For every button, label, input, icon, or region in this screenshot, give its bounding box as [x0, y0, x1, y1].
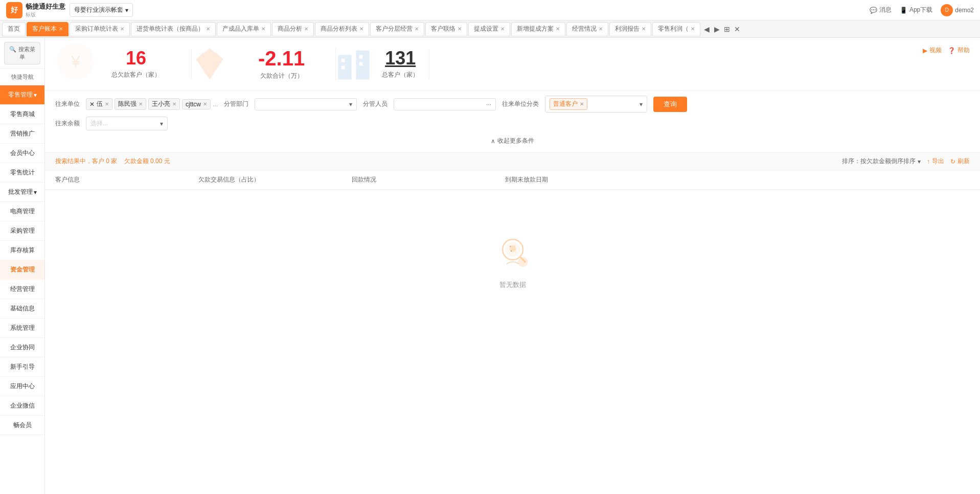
tab-close-icon[interactable]: ✕	[304, 26, 308, 32]
sort-label: 排序：按欠款金额倒序排序	[842, 157, 916, 166]
help-icon: ❓	[948, 47, 955, 54]
user-menu[interactable]: D demo2	[941, 4, 974, 16]
sidebar-item-app-center[interactable]: 应用中心	[0, 377, 44, 396]
tab-customer-ledger[interactable]: 客户账本 ✕	[27, 22, 69, 36]
tab-close-icon[interactable]: ✕	[458, 26, 462, 32]
credit-total-label: 欠款合计（万）	[260, 72, 303, 80]
app-download-btn[interactable]: 📱 App下载	[900, 6, 932, 14]
tab-stock-stat[interactable]: 进货单统计表（按商品） ✕	[131, 22, 216, 36]
tab-close-icon[interactable]: ✕	[556, 26, 560, 32]
sidebar-item-retail-mall[interactable]: 零售商城	[0, 105, 44, 124]
sidebar-item-marketing[interactable]: 营销推广	[0, 124, 44, 144]
tab-close-icon[interactable]: ✕	[691, 26, 695, 32]
tab-close-icon[interactable]: ✕	[415, 26, 419, 32]
sidebar-item-retail-mgmt[interactable]: 零售管理 ▾	[0, 85, 44, 105]
tab-business-situation[interactable]: 经营情况 ✕	[566, 22, 608, 36]
export-btn[interactable]: ↑ 导出	[927, 157, 944, 166]
company-selector[interactable]: 母婴行业演示帐套 ▾	[70, 3, 133, 17]
dept-select[interactable]: ▾	[255, 98, 357, 110]
sidebar-item-ecommerce-mgmt[interactable]: 电商管理	[0, 202, 44, 221]
empty-label: 暂无数据	[499, 280, 526, 289]
sidebar-item-purchase-mgmt[interactable]: 采购管理	[0, 221, 44, 241]
tab-prev-btn[interactable]: ◀	[701, 22, 712, 36]
credit-customers-label: 总欠款客户（家）	[111, 71, 161, 79]
refresh-btn[interactable]: ↻ 刷新	[950, 157, 970, 166]
sidebar-item-enterprise-wechat[interactable]: 企业微信	[0, 396, 44, 416]
balance-label: 往来余额	[55, 119, 80, 128]
tab-close-icon[interactable]: ✕	[642, 26, 646, 32]
filter-tag-wu: ✕ 伍 ✕	[86, 98, 112, 110]
quick-nav-btn[interactable]: 快捷导航	[0, 69, 44, 85]
sort-btn[interactable]: 排序：按欠款金额倒序排序 ▾	[842, 157, 921, 166]
sidebar-item-wholesale-mgmt[interactable]: 批发管理 ▾	[0, 183, 44, 202]
help-btn[interactable]: ❓ 帮助	[948, 46, 970, 55]
filter-tags-unit: ✕ 伍 ✕ 陈民强 ✕ 王小亮 ✕ cjttcw ✕	[86, 98, 218, 110]
tab-close-icon[interactable]: ✕	[599, 26, 603, 32]
tab-bar: 首页 客户账本 ✕ 采购订单统计表 ✕ 进货单统计表（按商品） ✕ 产成品入库单…	[0, 20, 980, 38]
tab-purchase-order-stat[interactable]: 采购订单统计表 ✕	[70, 22, 130, 36]
tab-customer-segment[interactable]: 客户分层经营 ✕	[370, 22, 424, 36]
chevron-down-icon: ▾	[918, 158, 921, 165]
tab-close-icon[interactable]: ✕	[261, 26, 265, 32]
search-icon: 🔍	[9, 46, 18, 52]
sidebar-item-member-center[interactable]: 会员中心	[0, 144, 44, 163]
tab-production-stock[interactable]: 产成品入库单 ✕	[217, 22, 271, 36]
tab-goods-analysis-list[interactable]: 商品分析列表 ✕	[315, 22, 369, 36]
message-icon: 💬	[870, 7, 877, 14]
tab-close-icon[interactable]: ✕	[359, 26, 363, 32]
remove-tag-wu[interactable]: ✕	[105, 101, 109, 107]
person-select[interactable]: ···	[394, 98, 496, 110]
tab-new-increase-plan[interactable]: 新增提成方案 ✕	[511, 22, 565, 36]
message-btn[interactable]: 💬 消息	[870, 6, 892, 14]
query-button[interactable]: 查询	[653, 97, 687, 112]
balance-select[interactable]: 选择... ▾	[86, 117, 168, 130]
chevron-icon: ▾	[34, 92, 37, 99]
tab-retail-profit[interactable]: 零售利润（ ✕	[652, 22, 700, 36]
sidebar-item-business-mgmt[interactable]: 经营管理	[0, 280, 44, 299]
avatar: D	[941, 4, 953, 16]
search-menu-btn[interactable]: 🔍 搜索菜单	[4, 42, 40, 64]
tab-close-icon[interactable]: ✕	[59, 26, 63, 32]
tab-expand-btn[interactable]: ⊞	[722, 22, 732, 36]
deco-building-icon	[336, 46, 372, 82]
svg-rect-5	[341, 66, 345, 70]
tab-close-icon[interactable]: ✕	[500, 26, 505, 32]
stat-total-customers: 131 总客户（家）	[372, 49, 429, 79]
logo-sub: 标版	[26, 11, 65, 18]
sidebar-item-basic-info[interactable]: 基础信息	[0, 299, 44, 319]
tab-next-btn[interactable]: ▶	[712, 22, 722, 36]
tab-home[interactable]: 首页	[2, 22, 26, 36]
sidebar-item-capital-mgmt[interactable]: 资金管理	[0, 260, 44, 280]
chevron-icon: ▾	[34, 189, 37, 196]
tab-increase-settings[interactable]: 提成设置 ✕	[468, 22, 510, 36]
chevron-down-icon: ▾	[349, 101, 352, 108]
stats-actions: ▶ 视频 ❓ 帮助	[923, 46, 970, 55]
logo-area: 好 畅捷通好生意 标版	[6, 2, 65, 18]
tab-goods-analysis[interactable]: 商品分析 ✕	[272, 22, 314, 36]
tab-close-icon[interactable]: ✕	[206, 26, 210, 32]
collapse-filter-btn[interactable]: ∧ 收起更多条件	[55, 134, 970, 147]
sidebar-item-new-guide[interactable]: 新手引导	[0, 357, 44, 377]
filter-more-btn[interactable]: ...	[213, 101, 218, 108]
total-customers-label: 总客户（家）	[382, 71, 419, 79]
top-bar: 好 畅捷通好生意 标版 母婴行业演示帐套 ▾ 💬 消息 📱 App下载 D de…	[0, 0, 980, 20]
remove-tag-chen[interactable]: ✕	[139, 101, 143, 107]
sidebar-item-sys-mgmt[interactable]: 系统管理	[0, 319, 44, 338]
sidebar-item-inventory-check[interactable]: 库存核算	[0, 241, 44, 260]
sidebar-item-enterprise-collab[interactable]: 企业协同	[0, 338, 44, 357]
sidebar-item-vip-member[interactable]: 畅会员	[0, 416, 44, 435]
tab-close-icon[interactable]: ✕	[120, 26, 124, 32]
tab-customer-contact[interactable]: 客户联络 ✕	[425, 22, 467, 36]
remove-tag-wang[interactable]: ✕	[172, 101, 176, 107]
remove-unit-type-tag[interactable]: ✕	[580, 101, 584, 107]
chevron-down-icon: ▾	[160, 120, 163, 127]
video-btn[interactable]: ▶ 视频	[923, 46, 942, 55]
credit-total-value: -2.11	[258, 48, 305, 69]
sidebar-item-retail-stats[interactable]: 零售统计	[0, 163, 44, 183]
unit-type-select[interactable]: 普通客户 ✕ ▾	[545, 96, 647, 113]
tab-profit-report[interactable]: 利润报告 ✕	[609, 22, 651, 36]
tab-close-all-btn[interactable]: ✕	[732, 22, 742, 36]
export-icon: ↑	[927, 158, 930, 165]
remove-tag-cjttcw[interactable]: ✕	[203, 101, 207, 107]
stat-credit-total: -2.11 欠款合计（万）	[227, 48, 336, 80]
